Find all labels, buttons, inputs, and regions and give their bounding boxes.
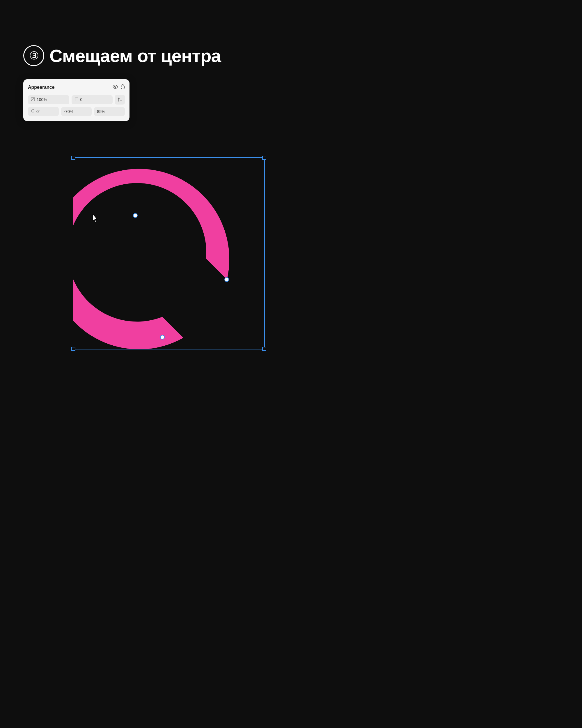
corner-icon — [75, 97, 79, 102]
rotation-field[interactable]: 0° — [28, 107, 59, 116]
opacity-field[interactable]: 100% — [28, 95, 69, 104]
y-value: 85% — [97, 109, 105, 114]
opacity-icon — [31, 97, 35, 102]
x-value: -70% — [64, 109, 74, 114]
handle-top-left[interactable] — [71, 156, 75, 160]
corner-value: 0 — [80, 97, 83, 102]
opacity-value: 100% — [37, 97, 47, 102]
svg-point-0 — [115, 86, 116, 87]
handle-bottom-right[interactable] — [262, 347, 266, 351]
panel-header: Appearance — [28, 84, 125, 90]
step-number: ③ — [23, 45, 44, 66]
rotation-icon — [31, 109, 35, 114]
panel-icon-group — [113, 84, 125, 90]
svg-line-2 — [31, 98, 35, 101]
handle-bottom-left[interactable] — [71, 347, 75, 351]
x-offset-field[interactable]: -70% — [61, 107, 92, 116]
appearance-panel: Appearance 100% — [23, 79, 130, 121]
canvas-area — [23, 143, 559, 705]
drop-icon[interactable] — [121, 84, 125, 90]
panel-row-2: 0° -70% 85% — [28, 107, 125, 116]
handle-top-right[interactable] — [262, 156, 266, 160]
panel-row-1: 100% 0 — [28, 95, 125, 105]
panel-title: Appearance — [28, 85, 55, 90]
y-offset-field[interactable]: 85% — [94, 107, 125, 116]
rotation-value: 0° — [36, 109, 40, 114]
step-heading: ③ Смещаем от центра — [23, 45, 221, 66]
eye-icon[interactable] — [113, 84, 118, 90]
step-text: Смещаем от центра — [50, 46, 221, 66]
selection-box — [73, 157, 265, 349]
mouse-cursor — [92, 213, 100, 225]
adjust-button[interactable] — [115, 95, 125, 105]
corner-field[interactable]: 0 — [72, 95, 113, 104]
